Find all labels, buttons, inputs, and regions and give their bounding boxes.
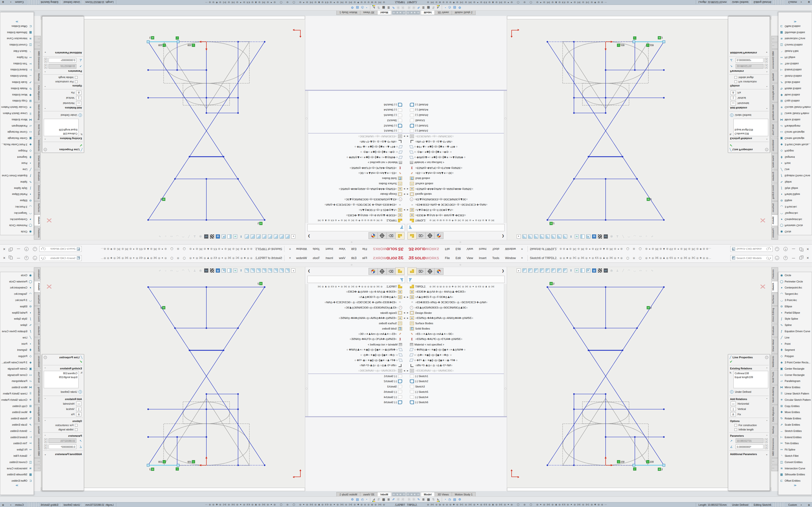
expand-arrow-icon[interactable]: ▶ xyxy=(407,188,410,190)
menu-item[interactable]: Insert xyxy=(479,247,487,251)
expand-icon[interactable]: ⌄ xyxy=(766,51,768,54)
minimize-button[interactable]: — xyxy=(17,256,20,260)
bottom-toolbar-icon[interactable]: ▦ xyxy=(427,498,430,501)
panel-tab[interactable] xyxy=(395,268,405,275)
parameter-input[interactable]: 0.00000000° xyxy=(49,445,77,449)
command-tab[interactable]: MBD Dimensions xyxy=(771,49,778,71)
bottom-toolbar-icon[interactable]: ◷ xyxy=(361,6,364,9)
sketch-tool-item[interactable]: ⠿ Linear Sketch Pattern xyxy=(778,390,812,397)
menu-item[interactable]: Tools xyxy=(492,257,499,260)
menu-item[interactable]: Window xyxy=(505,257,516,260)
sketch-tool-item[interactable]: ▱ Parallelogram xyxy=(0,123,34,129)
tab-nav-button[interactable]: ▶ xyxy=(396,493,399,496)
sketch-tool-item[interactable]: ◇ Polygon xyxy=(778,353,812,359)
tree-row[interactable]: ▶ (-) Sketch6 xyxy=(308,102,406,107)
tab-nav-button[interactable]: ⏮ xyxy=(402,11,406,14)
command-tab[interactable]: ⋮ xyxy=(771,36,778,42)
tree-row[interactable]: ▶ ○ ✥ИN◎♟+○ ✳◉∥○◎○∥◉✳ ○+♟◎NИ✥ ○ xyxy=(308,347,406,352)
sketch-tool-item[interactable]: ▭ Corner Rectangle xyxy=(778,129,812,135)
help-icon[interactable]: ? xyxy=(24,247,29,251)
tree-scrollbar[interactable] xyxy=(305,91,308,223)
sketch-tool-item[interactable]: ✳ Circular Sketch Pattern xyxy=(0,397,34,403)
sketch-tool-item[interactable]: ⊏ Offset Entities xyxy=(778,477,812,484)
tree-row[interactable]: ▶ ○Є5ИN◎◦✥AU³Є○◎○Є³UA✥◦◎NИ5Є○ xyxy=(406,165,504,170)
tree-row[interactable]: ▶ (-) Sketch5 xyxy=(406,113,504,118)
search-dropdown-icon[interactable]: ▾ xyxy=(770,248,771,250)
model-tab[interactable]: Model xyxy=(377,492,391,496)
command-tab[interactable]: ⋮ xyxy=(34,458,41,464)
sketch-tool-item[interactable]: ◫ Convert Entities xyxy=(0,42,34,48)
model-tab[interactable]: Model xyxy=(421,492,435,496)
sketch-tool-item[interactable]: ⠿ Linear Sketch Pattern xyxy=(778,110,812,117)
relation-badge[interactable]: ⧄3 xyxy=(258,282,262,285)
checkbox[interactable] xyxy=(734,76,737,79)
sketch-tool-item[interactable]: ⊞ Copy Entities xyxy=(0,403,34,409)
spinner-stepper[interactable]: ▲▼ xyxy=(765,64,768,68)
parameter-input[interactable]: 0.00000000° xyxy=(735,58,763,62)
tree-row[interactable]: ▶ (-) Sketch1 xyxy=(406,128,504,134)
tree-row[interactable]: ▶ ○Є5✥3ЄЄ5○ИN◎◦✥ ЭСЗЄУЗЄ5○ ◎ ○5ЄЗУЄЗСЭ ✥… xyxy=(406,300,504,305)
tree-row[interactable]: ▶ ○Є5ИN◎◦✥AU³Є○◎○Є³UA✥◦◎NИ5Є○ xyxy=(308,165,406,170)
tree-row[interactable]: ▶ TЯPDL2. ◎ ЗЄ ◎ Ш ◎ ◎ ◎ ✥ ◎ ЭС ◎ ЗЄ ◎ ✦… xyxy=(308,218,406,223)
tree-row[interactable]: ▶ ○Є5ИN◎◦✥A✥◎ИNA○◎○ANИ◎✥A✥◦◎NИ5Є○ xyxy=(308,316,406,321)
sketch-tool-item[interactable]: ≋ Intersection Curve xyxy=(778,36,812,42)
search-icon[interactable] xyxy=(766,248,769,250)
tree-row[interactable]: ▶ ○ ⋅◎✥○ ✳◉∥○◎○∥◉✳ ○✥◎⋅ ○ xyxy=(308,150,406,155)
sketch-tool-item[interactable]: ✳ Circular Sketch Pattern xyxy=(778,397,812,403)
sketch-tool-item[interactable]: ⠿ Linear Sketch Pattern xyxy=(0,110,34,117)
model-tab[interactable]: Motion Study 1 xyxy=(337,11,360,15)
sketch-tool-item[interactable]: ✚ Move Entities xyxy=(778,92,812,98)
tree-row[interactable]: ▶ ○Λ♟◎✥Є5◦Ŧ○◎○Ŧ◦5Є✥◎♟Λ○ xyxy=(308,207,406,213)
bottom-toolbar-icon[interactable]: ◷ xyxy=(448,6,451,9)
close-button[interactable]: ✕ xyxy=(3,256,6,260)
parameter-input[interactable]: 0.00000000° xyxy=(735,445,763,449)
tree-row[interactable]: ▶ ○ ⋅◎✥○ ✳◉∥○◎○∥◉✳ ○✥◎⋅ ○ xyxy=(406,352,504,357)
tree-row[interactable]: ▶ ○Є5♟◎Є5ИNЗЄЄ5○◎○5ЄЄЗNИ5Є◎♟5Є○ xyxy=(308,197,406,202)
sketch-tool-item[interactable]: ⋈ Mirror Entities xyxy=(778,384,812,390)
parameter-input[interactable]: 10.88152731 xyxy=(735,439,763,443)
relation-button-icon[interactable]: ❘ xyxy=(76,96,82,100)
units-dropdown[interactable]: Custom ▲ xyxy=(6,503,28,507)
sketch-tool-item[interactable]: ⊏ Offset Entities xyxy=(0,23,34,30)
command-tab[interactable]: Markup xyxy=(34,424,41,436)
ok-check-icon[interactable]: ✔ xyxy=(42,143,84,148)
sketch-tool-item[interactable]: ▱ Parallelogram xyxy=(778,378,812,384)
tree-scrollbar[interactable] xyxy=(504,91,507,223)
model-tab[interactable]: 3D Views xyxy=(435,11,452,15)
bottom-toolbar-icon[interactable]: ◔ xyxy=(366,6,368,9)
relation-badge[interactable]: =109 xyxy=(158,460,166,463)
relation-badge[interactable]: ⧄3 xyxy=(550,222,554,225)
bottom-toolbar-icon[interactable]: ⎘ xyxy=(408,6,410,10)
units-dropdown[interactable]: Custom ▲ xyxy=(784,0,806,4)
tree-scrollbar[interactable] xyxy=(504,284,507,416)
tree-row[interactable]: ▶ ○Є5◦∩✳♟Am○◎○mA♟✳∩◦5Є○ xyxy=(406,331,504,337)
sketch-tool-item[interactable]: ∾ Fit Spline xyxy=(0,446,34,453)
sketch-tool-item[interactable]: ∿ Spline xyxy=(778,322,812,328)
relation-badge[interactable]: =109 xyxy=(617,460,624,463)
bottom-toolbar-icon[interactable]: ◔ xyxy=(444,6,446,9)
tab-nav-button[interactable]: ◀ xyxy=(410,493,413,496)
tree-row[interactable]: ▶ (-) Sketch1 xyxy=(406,374,504,379)
collapse-icon[interactable]: ⌃ xyxy=(766,435,768,437)
bottom-toolbar-icon[interactable]: ✎ xyxy=(392,498,395,501)
relation-badge[interactable]: =109 xyxy=(617,44,624,47)
user-account-icon[interactable]: ◡̈ xyxy=(33,256,37,260)
sketch-tool-item[interactable]: ↻ Rotate Entities xyxy=(778,415,812,421)
model-tab[interactable]: 3D Views xyxy=(360,492,377,496)
sketch-tool-item[interactable]: ◫ Convert Entities xyxy=(0,459,34,465)
search-icon[interactable] xyxy=(43,248,46,250)
add-relation-row[interactable]: ❘ Vertical xyxy=(728,406,770,412)
menu-item[interactable]: File xyxy=(445,257,450,260)
sketch-tool-item[interactable]: ◠ Tangent Arc xyxy=(0,210,34,216)
sketch-tool-item[interactable]: ≋ Intersection Curve xyxy=(0,36,34,42)
expand-arrow-icon[interactable]: ▶ xyxy=(402,188,405,190)
sketch-tool-item[interactable]: ▱ Parallelogram xyxy=(778,123,812,129)
menu-item[interactable]: View xyxy=(339,257,345,260)
command-tab[interactable]: Markup xyxy=(771,71,778,83)
search-input[interactable]: Search CAD Models xyxy=(737,248,765,250)
sketch-tool-item[interactable]: ◝ Sketch Fillet xyxy=(0,48,34,54)
sketch-tool-item[interactable]: ╱ Line xyxy=(0,166,34,173)
relation-badge[interactable]: ∕ xyxy=(175,37,179,40)
panel-tab[interactable]: ⌦ xyxy=(387,268,396,275)
tree-row[interactable]: ▶ ○ ✥ИN◎♟+○ ✳◉∥○◎○∥◉✳ ○+♟◎NИ✥ ○ xyxy=(308,155,406,160)
